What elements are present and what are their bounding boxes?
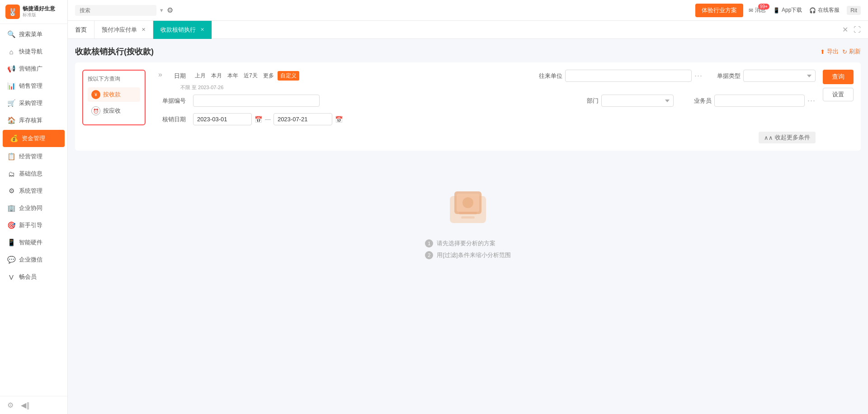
- sidebar-item-operation[interactable]: 📋 经营管理: [0, 148, 67, 165]
- more-btn[interactable]: 更多: [261, 71, 276, 81]
- filter-left-title: 按以下方查询: [88, 75, 140, 83]
- verify-date-start-input[interactable]: [193, 113, 252, 125]
- sidebar-item-member-label: 畅会员: [19, 273, 37, 281]
- app-download-button[interactable]: 📱 App下载: [773, 6, 802, 14]
- dept-select[interactable]: [601, 95, 674, 107]
- salesperson-label: 业务员: [688, 97, 712, 105]
- user-info[interactable]: Rit: [847, 6, 861, 15]
- tab-prepay[interactable]: 预付冲应付单 ✕: [94, 21, 153, 39]
- export-button[interactable]: ⬆ 导出: [820, 48, 839, 56]
- sidebar-item-marketing-label: 营销推广: [19, 65, 42, 73]
- doc-type-label: 单据类型: [717, 72, 741, 80]
- hardware-icon: 📱: [7, 238, 15, 247]
- date-label: 日期: [162, 72, 186, 80]
- this-year-btn[interactable]: 本年: [226, 71, 240, 81]
- date-note: 不限 至 2023-07-26: [180, 85, 223, 90]
- close-tab-icon[interactable]: ✕: [840, 24, 850, 36]
- collapse-left-button[interactable]: »: [158, 70, 162, 79]
- verify-date-label: 核销日期: [162, 115, 186, 124]
- tab-prepay-close[interactable]: ✕: [142, 27, 146, 33]
- svg-rect-5: [461, 216, 475, 219]
- sidebar-item-operation-label: 经营管理: [19, 152, 42, 161]
- last-month-btn[interactable]: 上月: [193, 71, 208, 81]
- filter-option-by-receivable[interactable]: ⏰ 按应收: [88, 104, 140, 118]
- tab-home[interactable]: 首页: [68, 21, 94, 39]
- sidebar-item-inventory-label: 库存核算: [19, 116, 42, 124]
- sidebar-item-sales[interactable]: 📊 销售管理: [0, 77, 67, 95]
- cal-start-icon[interactable]: 📅: [255, 116, 262, 123]
- topbar: ▾ ⚙ 体验行业方案 ✉ 消息 99+ 📱 App下载 🎧 在线客服 Rit: [68, 0, 868, 21]
- sidebar-item-wecom[interactable]: 💬 企业微信: [0, 251, 67, 268]
- basic-icon: 🗂: [7, 170, 15, 178]
- refresh-button[interactable]: ↻ 刷新: [842, 48, 861, 56]
- sidebar-item-hardware[interactable]: 📱 智能硬件: [0, 234, 67, 251]
- topbar-right: ✉ 消息 99+ 📱 App下载 🎧 在线客服 Rit: [749, 6, 861, 15]
- service-icon: 🎧: [809, 7, 816, 14]
- sidebar-item-system[interactable]: ⚙ 系统管理: [0, 182, 67, 200]
- custom-btn[interactable]: 自定义: [278, 71, 299, 81]
- sidebar-item-wecom-label: 企业微信: [19, 256, 42, 264]
- counterpart-more-icon[interactable]: ···: [694, 71, 703, 81]
- message-button[interactable]: ✉ 消息 99+: [749, 6, 766, 14]
- sidebar-item-hardware-label: 智能硬件: [19, 238, 42, 247]
- empty-hint-2: 用[过滤]条件来缩小分析范围: [437, 251, 510, 259]
- sidebar-item-basic[interactable]: 🗂 基础信息: [0, 165, 67, 182]
- collapse-more-row: ∧∧ 收起更多条件: [162, 132, 816, 143]
- member-icon: V: [7, 273, 15, 281]
- empty-hints: 1 请先选择要分析的方案 2 用[过滤]条件来缩小分析范围: [425, 239, 510, 259]
- system-icon: ⚙: [7, 187, 15, 195]
- sidebar-item-enterprise[interactable]: 🏢 企业协同: [0, 200, 67, 217]
- search-input[interactable]: [75, 5, 156, 16]
- sidebar-item-quicknav-label: 快捷导航: [19, 48, 42, 56]
- sidebar-item-guide[interactable]: 🎯 新手引导: [0, 217, 67, 234]
- collapse-sidebar-icon[interactable]: ◀‖: [21, 401, 30, 409]
- sidebar-item-quicknav[interactable]: ⌂ 快捷导航: [0, 43, 67, 60]
- date-note-row: 不限 至 2023-07-26: [162, 84, 816, 91]
- filter-option-by-receipt[interactable]: ¥ 按收款: [88, 87, 140, 102]
- doc-no-input[interactable]: [193, 95, 320, 107]
- sidebar-item-inventory[interactable]: 🏠 库存核算: [0, 112, 67, 129]
- collapse-more-button[interactable]: ∧∧ 收起更多条件: [759, 132, 816, 143]
- service-label: 在线客服: [818, 6, 840, 14]
- receipt-icon: ¥: [91, 90, 100, 99]
- doc-type-select[interactable]: [743, 70, 816, 82]
- page-actions: ⬆ 导出 ↻ 刷新: [820, 48, 861, 56]
- date-shortcuts: 上月 本月 本年 近7天 更多 自定义: [193, 71, 299, 81]
- sidebar-item-purchase[interactable]: 🛒 采购管理: [0, 95, 67, 112]
- sidebar-item-search-label: 搜索菜单: [19, 30, 42, 38]
- this-month-btn[interactable]: 本月: [209, 71, 224, 81]
- doc-no-label: 单据编号: [162, 97, 186, 105]
- last-7days-btn[interactable]: 近7天: [242, 71, 259, 81]
- receivable-icon: ⏰: [91, 106, 100, 115]
- trial-button[interactable]: 体验行业方案: [695, 4, 743, 17]
- logo-subtitle: 标准版: [23, 12, 55, 18]
- sidebar-item-purchase-label: 采购管理: [19, 99, 42, 107]
- settings-bottom-icon[interactable]: ⚙: [7, 401, 14, 409]
- verify-date-end-input[interactable]: [274, 113, 332, 125]
- setting-button[interactable]: 设置: [823, 88, 854, 101]
- sidebar-item-search[interactable]: 🔍 搜索菜单: [0, 26, 67, 43]
- counterpart-input[interactable]: [565, 70, 692, 82]
- filter-row-1: 日期 上月 本月 本年 近7天 更多 自定义 往来单位: [162, 70, 816, 82]
- message-icon: ✉: [749, 7, 753, 14]
- online-service-button[interactable]: 🎧 在线客服: [809, 6, 840, 14]
- dropdown-icon[interactable]: ▾: [160, 7, 163, 14]
- cal-end-icon[interactable]: 📅: [335, 116, 343, 123]
- maximize-icon[interactable]: ⛶: [852, 24, 863, 36]
- home-icon: ⌂: [7, 48, 15, 56]
- sidebar-item-finance-label: 资金管理: [22, 134, 45, 143]
- guide-icon: 🎯: [7, 221, 15, 229]
- query-button[interactable]: 查询: [823, 70, 854, 84]
- gear-icon[interactable]: ⚙: [167, 6, 173, 14]
- sidebar-item-finance[interactable]: 💰 资金管理: [3, 130, 65, 147]
- salesperson-input[interactable]: [714, 95, 805, 107]
- tab-verify[interactable]: 收款核销执行 ✕: [153, 21, 212, 39]
- sidebar-item-member[interactable]: V 畅会员: [0, 268, 67, 286]
- tab-verify-close[interactable]: ✕: [200, 27, 204, 33]
- verify-date-range: 📅 — 📅: [193, 113, 343, 125]
- operation-icon: 📋: [7, 152, 15, 161]
- sales-icon: 📊: [7, 82, 15, 90]
- sidebar-item-marketing[interactable]: 📢 营销推广: [0, 60, 67, 77]
- salesperson-more-icon[interactable]: ···: [807, 96, 816, 105]
- sidebar-menu: 🔍 搜索菜单 ⌂ 快捷导航 📢 营销推广 📊 销售管理 🛒 采购管理 🏠 库存核…: [0, 24, 67, 396]
